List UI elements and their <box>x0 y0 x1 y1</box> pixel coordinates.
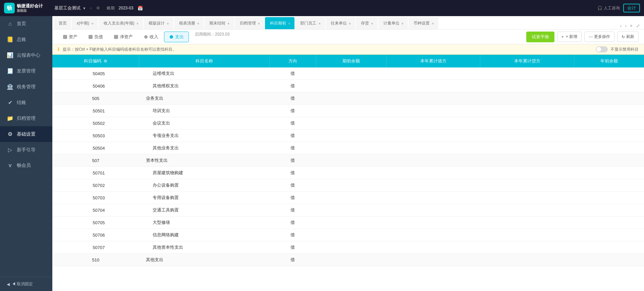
sidebar-item-home[interactable]: ⌂ 首页 <box>0 16 52 32</box>
tab-unit-label: 计量单位 <box>383 20 399 26</box>
tab-archive-close[interactable]: × <box>258 21 260 26</box>
col-header-ytd-debit: 本年累计借方 <box>386 55 480 67</box>
sidebar-item-ledger[interactable]: 📒 总账 <box>0 32 52 47</box>
cell-code: 50406 <box>52 80 139 92</box>
tab-close-all-button[interactable]: × <box>629 22 634 29</box>
archive-icon: 📁 <box>7 115 13 122</box>
tab-counterpart[interactable]: 往来单位 × <box>326 17 355 29</box>
refresh-button[interactable]: ↻ 刷新 <box>617 32 639 42</box>
sidebar-item-reports[interactable]: 📊 云报表中心 <box>0 47 52 63</box>
table-row[interactable]: 50703 专用设备购置 借 <box>52 192 644 204</box>
tab-currency[interactable]: 币种设置 × <box>409 17 438 29</box>
tab-dept[interactable]: 部门员工 × <box>295 17 325 29</box>
cell-ytd-credit <box>480 117 574 130</box>
tab-dept-close[interactable]: × <box>318 21 320 26</box>
tab-mid-close[interactable]: × <box>91 21 93 26</box>
cell-ytd-debit <box>386 167 480 179</box>
table-row[interactable]: 50704 交通工具购置 借 <box>52 204 644 216</box>
tab-period-end[interactable]: 期末结转 × <box>204 17 234 29</box>
tab-annual[interactable]: 收入支出表(年报) × <box>99 17 143 29</box>
sidebar-item-tax[interactable]: 🏦 税务管理 <box>0 79 52 95</box>
cat-tab-asset[interactable]: 资产 <box>58 32 83 42</box>
cat-tab-liability[interactable]: 负债 <box>83 32 108 42</box>
tab-currency-close[interactable]: × <box>432 21 434 26</box>
tab-prev-button[interactable]: ‹ <box>619 22 623 29</box>
cell-ytd-credit <box>480 154 574 167</box>
user-badge[interactable]: 会计 <box>623 4 640 12</box>
help-button[interactable]: 🎧 人工咨询 <box>597 5 620 11</box>
notice-content: ℹ 提示：按Ctrl + F键并输入科目编码或者科目名称可以查找科目。 <box>58 47 176 52</box>
toggle-area: 不显示禁用科目 <box>596 46 639 52</box>
add-button[interactable]: + + 新增 <box>557 32 582 42</box>
tab-subject-init[interactable]: 科目期初 × <box>265 17 294 29</box>
tab-subject-init-close[interactable]: × <box>288 21 290 26</box>
cell-init-balance <box>316 216 386 229</box>
cell-init-balance <box>316 229 386 241</box>
cell-year-init <box>574 105 644 117</box>
balance-button[interactable]: 试算平衡 <box>526 32 554 42</box>
account-dropdown-icon[interactable]: ▾ <box>83 6 86 11</box>
sidebar-item-member[interactable]: V 畅会员 <box>0 158 52 173</box>
col-settings-icon[interactable]: ⚙ <box>104 59 107 63</box>
table-row[interactable]: 50702 办公设备购置 借 <box>52 179 644 192</box>
tab-tax[interactable]: 税表清册 × <box>174 17 204 29</box>
warning-icon: ℹ <box>58 47 59 52</box>
collapse-icon: ◀ <box>7 282 10 287</box>
tab-unit-close[interactable]: × <box>401 21 404 26</box>
sidebar-item-archive[interactable]: 📁 归档管理 <box>0 110 52 126</box>
tab-archive[interactable]: 归档管理 × <box>235 17 264 29</box>
cat-tab-expense[interactable]: 支出 <box>164 32 189 42</box>
tab-template-close[interactable]: × <box>167 21 169 26</box>
tab-mid[interactable]: ε(中期) × <box>72 17 98 29</box>
tab-tax-close[interactable]: × <box>197 21 199 26</box>
cat-tab-income[interactable]: 收入 <box>139 32 163 42</box>
tab-inventory-close[interactable]: × <box>371 21 373 26</box>
cell-ytd-debit <box>386 229 480 241</box>
cell-name: 业务支出 <box>139 92 270 105</box>
table-row[interactable]: 50504 其他业务支出 借 <box>52 142 644 154</box>
tab-template-label: 模版设计 <box>149 20 165 26</box>
cell-name: 房屋建筑物购建 <box>139 167 270 179</box>
tab-period-end-close[interactable]: × <box>227 21 229 26</box>
cell-ytd-credit <box>480 204 574 216</box>
table-row[interactable]: 50502 会议支出 借 <box>52 117 644 130</box>
tab-annual-close[interactable]: × <box>137 21 139 26</box>
table-row[interactable]: 50406 其他维权支出 借 <box>52 80 644 92</box>
category-tabs: 资产 负债 净资产 收入 支出 启用期间：2023.0 <box>58 32 229 42</box>
cell-ytd-debit <box>386 241 480 254</box>
tab-home[interactable]: 首页 <box>54 17 71 29</box>
table-row[interactable]: 50503 专项业务支出 借 <box>52 130 644 142</box>
tab-template[interactable]: 模版设计 × <box>144 17 173 29</box>
table-row[interactable]: 50701 房屋建筑物购建 借 <box>52 167 644 179</box>
collapse-button[interactable]: ◀ ◀ 取消固定 <box>0 277 52 291</box>
table-row[interactable]: 50501 培训支出 借 <box>52 105 644 117</box>
tab-expand-button[interactable]: ⤢ <box>635 22 641 29</box>
sidebar-item-guide[interactable]: ▷ 新手引导 <box>0 142 52 158</box>
table-row[interactable]: 50707 其他资本性支出 借 <box>52 241 644 254</box>
tab-archive-label: 归档管理 <box>240 20 256 26</box>
calendar-icon[interactable]: 📅 <box>138 6 143 11</box>
cell-init-balance <box>316 241 386 254</box>
cat-tab-net-asset[interactable]: 净资产 <box>109 32 138 42</box>
sidebar-item-settings[interactable]: ⚙ 基础设置 <box>0 126 52 142</box>
table-row[interactable]: 50706 信息网络购建 借 <box>52 229 644 241</box>
settings-icon[interactable]: ⚙ <box>96 6 100 10</box>
tab-inventory[interactable]: 存货 × <box>356 17 377 29</box>
sidebar-item-close[interactable]: ✔ 结账 <box>0 95 52 110</box>
cell-ytd-credit <box>480 179 574 192</box>
tab-counterpart-label: 往来单位 <box>331 20 347 26</box>
table-row[interactable]: 505 业务支出 借 <box>52 92 644 105</box>
table-row[interactable]: 507 资本性支出 借 <box>52 154 644 167</box>
cell-year-init <box>574 254 644 266</box>
sidebar-item-invoice[interactable]: 🧾 发票管理 <box>0 63 52 79</box>
tab-counterpart-close[interactable]: × <box>349 21 351 26</box>
table-row[interactable]: 50705 大型修缮 借 <box>52 216 644 229</box>
disabled-toggle[interactable] <box>596 46 608 52</box>
toolbar: 试算平衡 + + 新增 ⋯ 更多操作 ↻ 刷新 <box>526 32 639 42</box>
table-row[interactable]: 50405 运维维支出 借 <box>52 67 644 80</box>
more-button[interactable]: ⋯ 更多操作 <box>584 32 614 42</box>
tab-unit[interactable]: 计量单位 × <box>378 17 408 29</box>
tab-next-button[interactable]: › <box>624 22 628 29</box>
table-row[interactable]: 510 其他支出 借 <box>52 254 644 266</box>
cell-ytd-debit <box>386 117 480 130</box>
